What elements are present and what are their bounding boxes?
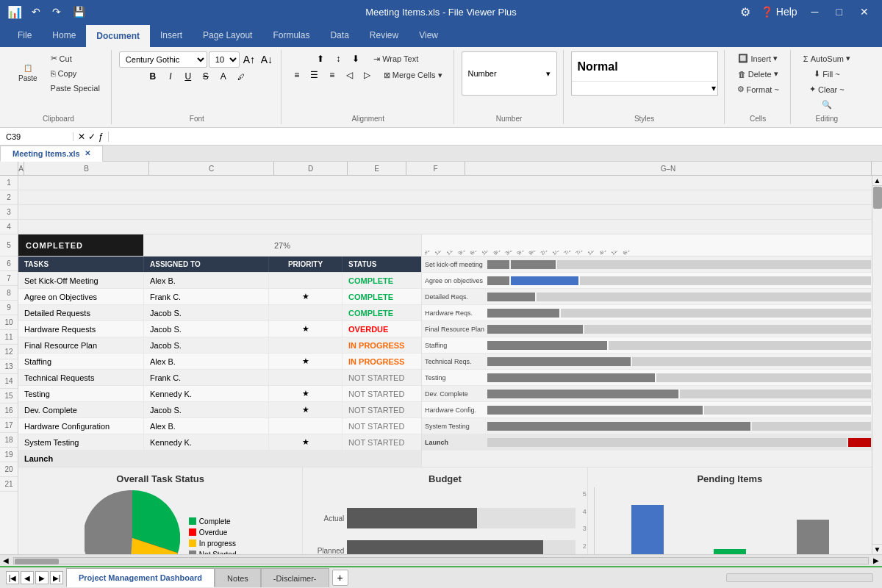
decrease-indent-btn[interactable]: ◁ — [342, 68, 358, 82]
tab-view[interactable]: View — [409, 24, 448, 47]
vertical-scrollbar[interactable]: ▲ ▼ — [872, 176, 882, 554]
col-header-a[interactable]: A — [18, 162, 24, 175]
row-numbers: 5 6 7 8 9 10 11 12 13 14 15 16 17 18 — [0, 234, 18, 554]
sheet-tab-disclaimer[interactable]: -Disclaimer- — [261, 568, 329, 587]
last-sheet-btn[interactable]: ▶| — [50, 571, 63, 584]
tab-data[interactable]: Data — [320, 24, 359, 47]
cut-icon: ✂ — [51, 54, 57, 63]
paste-button[interactable]: 📋 Paste — [12, 60, 44, 86]
first-sheet-btn[interactable]: |◀ — [6, 571, 19, 584]
scroll-down-btn[interactable]: ▼ — [872, 544, 882, 554]
tab-formulas[interactable]: Formulas — [262, 24, 320, 47]
cancel-formula-icon[interactable]: ✕ — [78, 132, 85, 142]
autosum-button[interactable]: Σ AutoSum ▾ — [798, 51, 856, 65]
close-file-tab-icon[interactable]: ✕ — [85, 149, 90, 157]
gantt-bar — [487, 276, 509, 285]
table-row: Testing — [422, 370, 872, 386]
clear-button[interactable]: ✦ Clear ~ — [804, 82, 850, 96]
sheet-tab-dashboard[interactable]: Project Management Dashboard — [66, 568, 215, 587]
increase-indent-btn[interactable]: ▷ — [359, 68, 376, 82]
find-button[interactable]: 🔍 — [817, 98, 837, 112]
scroll-right-btn[interactable]: ▶ — [870, 556, 882, 564]
align-bottom-btn[interactable]: ⬇ — [348, 51, 364, 66]
minimize-btn[interactable]: ─ — [806, 4, 825, 19]
font-grow-btn[interactable]: A↑ — [241, 52, 257, 67]
add-sheet-btn[interactable]: + — [332, 570, 348, 586]
cell-reference[interactable]: C39 — [0, 132, 74, 141]
maximize-btn[interactable]: □ — [831, 4, 848, 19]
paste-special-button[interactable]: Paste Special — [46, 82, 105, 95]
col-header-d[interactable]: D — [274, 162, 348, 175]
styles-dropdown[interactable]: Normal ▾ — [571, 51, 718, 96]
copy-button[interactable]: ⎘ Copy — [46, 67, 105, 80]
insert-function-icon[interactable]: ƒ — [98, 132, 104, 142]
tab-file[interactable]: File — [7, 24, 42, 47]
col-header-g[interactable]: G–N — [465, 162, 872, 175]
cells-label: Cells — [750, 113, 766, 123]
next-sheet-btn[interactable]: ▶ — [35, 571, 49, 584]
settings-icon[interactable]: ⚙ — [740, 5, 750, 19]
italic-button[interactable]: I — [162, 69, 179, 84]
font-size-select[interactable]: 10 — [209, 51, 240, 68]
font-name-select[interactable]: Century Gothic — [119, 51, 207, 68]
charts-section: Overall Task Status — [18, 467, 872, 554]
gantt-bar-empty — [537, 293, 871, 301]
confirm-formula-icon[interactable]: ✓ — [88, 132, 96, 142]
table-row: Dev. Complete — [422, 386, 872, 402]
task-assigned: Kennedy K. — [143, 386, 268, 401]
formula-icons: ✕ ✓ ƒ — [74, 132, 109, 142]
align-top-btn[interactable]: ⬆ — [312, 51, 329, 66]
tab-home[interactable]: Home — [42, 24, 86, 47]
redo-btn[interactable]: ↷ — [52, 6, 61, 18]
align-center-btn[interactable]: ☰ — [306, 68, 323, 82]
file-tab-active[interactable]: Meeting Items.xls ✕ — [0, 146, 103, 162]
col-header-e[interactable]: E — [348, 162, 406, 175]
col-header-f[interactable]: F — [406, 162, 465, 175]
scroll-up-btn[interactable]: ▲ — [872, 176, 882, 186]
styles-expand-icon[interactable]: ▾ — [711, 83, 716, 93]
col-header-b[interactable]: B — [24, 162, 149, 175]
align-left-btn[interactable]: ≡ — [289, 68, 305, 82]
gantt-task-label: Dev. Complete — [422, 390, 487, 398]
cut-button[interactable]: ✂ Cut — [46, 51, 105, 65]
underline-button[interactable]: U — [180, 69, 196, 84]
align-right-btn[interactable]: ≡ — [324, 68, 340, 82]
undo-btn[interactable]: ↶ — [32, 6, 40, 18]
close-btn[interactable]: ✕ — [854, 4, 875, 19]
budget-bar-outer — [347, 508, 575, 528]
save-btn[interactable]: 💾 — [73, 6, 85, 18]
help-btn[interactable]: ❓ Help — [761, 6, 797, 18]
paste-row: 📋 Paste ✂ Cut ⎘ Copy Paste Special — [12, 51, 105, 95]
row-num: 19 — [0, 448, 18, 462]
insert-button[interactable]: 🔲 Insert ▾ — [733, 51, 783, 65]
bold-button[interactable]: B — [145, 69, 161, 84]
delete-button[interactable]: 🗑 Delete ▾ — [733, 67, 784, 81]
tab-review[interactable]: Review — [359, 24, 409, 47]
merge-cells-button[interactable]: ⊠ Merge Cells ▾ — [379, 68, 448, 82]
prev-sheet-btn[interactable]: ◀ — [21, 571, 34, 584]
number-dropdown-icon[interactable]: ▾ — [546, 69, 551, 79]
wrap-text-button[interactable]: ⇥ Wrap Text — [368, 52, 423, 66]
editing-label: Editing — [816, 113, 839, 123]
row-num: 1 — [0, 176, 18, 190]
font-color-btn[interactable]: A — [215, 69, 232, 84]
progress-pct-cell: 27% — [143, 234, 421, 256]
scroll-left-btn[interactable]: ◀ — [0, 556, 12, 564]
number-format-box[interactable]: Number ▾ — [462, 51, 557, 96]
tab-document[interactable]: Document — [86, 24, 150, 47]
bottom-scrollbar[interactable] — [726, 573, 873, 582]
font-shrink-btn[interactable]: A↓ — [259, 52, 275, 67]
sheet-tab-label: Notes — [227, 574, 248, 583]
strikethrough-button[interactable]: S — [198, 69, 214, 84]
h-scroll-thumb[interactable] — [15, 559, 59, 564]
format-button[interactable]: ⚙ Format ~ — [732, 82, 784, 96]
col-header-c[interactable]: C — [149, 162, 274, 175]
pending-bar-group-decisions: Decisions — [606, 505, 689, 554]
tab-insert[interactable]: Insert — [150, 24, 193, 47]
sheet-tab-notes[interactable]: Notes — [215, 568, 261, 587]
scroll-thumb[interactable] — [873, 187, 882, 209]
fill-button[interactable]: ⬇ Fill ~ — [808, 67, 845, 81]
fill-color-btn[interactable]: 🖊 — [233, 69, 249, 84]
align-middle-btn[interactable]: ↕ — [330, 51, 346, 66]
tab-page-layout[interactable]: Page Layout — [193, 24, 262, 47]
